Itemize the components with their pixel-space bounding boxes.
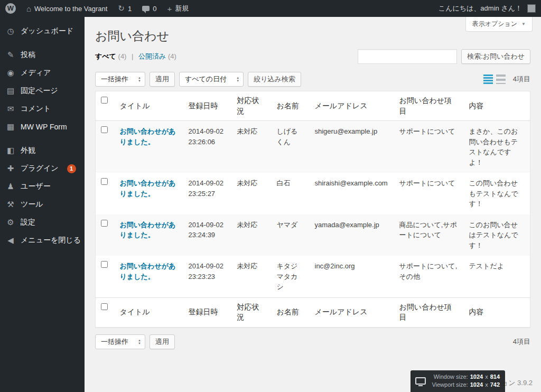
viewport-width-value: 1024 — [470, 381, 483, 389]
sidebar-item-label: ユーザー — [21, 182, 51, 191]
status-cell: 未対応 — [232, 121, 272, 173]
tools-icon: ⚒ — [5, 200, 16, 209]
sidebar-item-appearance[interactable]: ◧ 外観 — [0, 142, 85, 160]
sidebar-item-mw-wp-form[interactable]: ▦ MW WP Form — [0, 118, 85, 136]
item-cell: サポートについて — [394, 173, 464, 214]
sidebar-item-pages[interactable]: ▤ 固定ページ — [0, 82, 85, 100]
row-checkbox[interactable] — [101, 126, 108, 133]
column-header-title: タイトル — [115, 91, 183, 121]
content-cell: この問い合わせもテストなんです！ — [464, 173, 530, 214]
new-content-label: 新規 — [175, 4, 189, 13]
date-filter-value: すべての日付 — [185, 74, 227, 84]
appearance-icon: ◧ — [5, 146, 16, 155]
filter-published-link[interactable]: 公開済み (4) — [138, 52, 176, 60]
search-submit-button[interactable]: 検索:お問い合わせ — [461, 49, 530, 64]
settings-icon: ⚙ — [5, 218, 16, 227]
tablenav-bottom: 一括操作 ▲▼ 適用 4項目 — [95, 334, 530, 350]
sidebar-item-tools[interactable]: ⚒ ツール — [0, 195, 85, 213]
viewport-size-label: Viewport size: — [432, 381, 468, 389]
email-cell: shiraishi@example.com — [310, 173, 394, 214]
media-icon: ◉ — [5, 68, 16, 78]
admin-bar: W ⌂ Welcome to the Vagrant ↻ 1 0 + 新規 こん… — [0, 0, 541, 17]
sidebar-item-settings[interactable]: ⚙ 設定 — [0, 213, 85, 231]
column-footer-title: タイトル — [115, 297, 183, 327]
inquiry-title-link[interactable]: お問い合わせがありました。 — [120, 262, 176, 281]
select-arrows-icon: ▲▼ — [138, 339, 141, 345]
sidebar-item-posts[interactable]: ✎ 投稿 — [0, 46, 85, 64]
email-cell: inc@2inc.org — [310, 256, 394, 297]
size-separator: x — [485, 373, 488, 381]
column-footer-email: メールアドレス — [310, 297, 394, 327]
site-name-menu[interactable]: ⌂ Welcome to the Vagrant — [21, 0, 113, 17]
size-separator: x — [485, 381, 488, 389]
sidebar-item-users[interactable]: ♟ ユーザー — [0, 178, 85, 195]
form-icon: ▦ — [5, 122, 16, 132]
item-cell: 商品について,サポートについて — [394, 214, 464, 256]
column-footer-status: 対応状況 — [232, 297, 272, 327]
size-lines: Window size: 1024 x 814 Viewport size: 1… — [432, 373, 500, 389]
window-width-value: 1024 — [470, 373, 483, 381]
filter-separator: | — [132, 52, 133, 60]
filter-button[interactable]: 絞り込み検索 — [248, 72, 301, 87]
filter-published-count: (4) — [168, 52, 176, 60]
search-input[interactable] — [358, 49, 457, 64]
list-view-icon[interactable] — [483, 74, 493, 84]
viewport-height-value: 742 — [490, 381, 500, 389]
bulk-action-value: 一括操作 — [101, 337, 128, 347]
search-box: 検索:お問い合わせ — [358, 49, 530, 64]
sidebar-item-media[interactable]: ◉ メディア — [0, 64, 85, 82]
updates-count: 1 — [128, 5, 132, 13]
email-cell: yamada@example.jp — [310, 214, 394, 256]
inquiry-list-table: タイトル 登録日時 対応状況 お名前 メールアドレス お問い合わせ項目 内容 お… — [95, 91, 530, 328]
table-header-row: タイトル 登録日時 対応状況 お名前 メールアドレス お問い合わせ項目 内容 — [96, 91, 530, 121]
row-checkbox[interactable] — [101, 220, 108, 227]
pages-icon: ▤ — [5, 86, 16, 96]
filter-all-label: すべて — [95, 52, 116, 60]
chevron-down-icon: ▼ — [521, 22, 526, 26]
excerpt-view-icon[interactable] — [496, 74, 506, 84]
bulk-action-select-bottom[interactable]: 一括操作 ▲▼ — [95, 334, 145, 349]
admin-sidebar-menu: ◷ ダッシュボード ✎ 投稿 ◉ メディア ▤ 固定ページ ✉ コメント ▦ M… — [0, 17, 85, 392]
content-cell: まさか、このお問い合わせもテストなんですよ！ — [464, 121, 530, 173]
dashboard-icon: ◷ — [5, 26, 16, 36]
column-footer-item: お問い合わせ項目 — [394, 297, 464, 327]
sidebar-item-comments[interactable]: ✉ コメント — [0, 100, 85, 118]
date-cell: 2014-09-02 23:24:39 — [183, 214, 232, 256]
apply-button[interactable]: 適用 — [150, 72, 175, 87]
inquiry-title-link[interactable]: お問い合わせがありました。 — [120, 179, 176, 198]
column-header-email: メールアドレス — [310, 91, 394, 121]
bulk-action-value: 一括操作 — [101, 74, 128, 84]
inquiry-title-link[interactable]: お問い合わせがありました。 — [120, 127, 176, 146]
collapse-arrow-icon: ◀ — [5, 236, 16, 245]
select-all-checkbox[interactable] — [101, 97, 108, 104]
items-count: 4項目 — [513, 74, 530, 84]
column-footer-name: お名前 — [272, 297, 310, 327]
date-filter-select[interactable]: すべての日付 ▲▼ — [179, 72, 244, 87]
bulk-action-select[interactable]: 一括操作 ▲▼ — [95, 72, 145, 87]
apply-button-bottom[interactable]: 適用 — [150, 334, 175, 349]
row-checkbox[interactable] — [101, 178, 108, 185]
filter-published-label: 公開済み — [138, 52, 166, 60]
screen-options-tab[interactable]: 表示オプション ▼ — [465, 17, 533, 32]
status-cell: 未対応 — [232, 256, 272, 297]
sidebar-item-label: コメント — [21, 104, 51, 114]
new-content-menu[interactable]: + 新規 — [162, 0, 194, 17]
updates-menu[interactable]: ↻ 1 — [113, 0, 137, 17]
comments-menu[interactable]: 0 — [137, 0, 162, 17]
site-name-label: Welcome to the Vagrant — [34, 5, 107, 13]
window-size-overlay: Window size: 1024 x 814 Viewport size: 1… — [411, 370, 505, 392]
name-cell: しげるくん — [272, 121, 310, 173]
item-cell: サポートについて — [394, 121, 464, 173]
row-checkbox[interactable] — [101, 261, 108, 268]
name-cell: ヤマダ — [272, 214, 310, 256]
inquiry-title-link[interactable]: お問い合わせがありました。 — [120, 221, 176, 239]
filter-all-link[interactable]: すべて (4) — [95, 52, 128, 60]
my-account-menu[interactable]: こんにちは、admin さん！ — [433, 0, 541, 17]
greeting-label: こんにちは、admin さん！ — [439, 4, 522, 13]
select-all-checkbox[interactable] — [101, 303, 108, 310]
wordpress-logo-menu[interactable]: W — [0, 0, 21, 17]
collapse-menu-button[interactable]: ◀ メニューを閉じる — [0, 231, 85, 249]
sidebar-item-dashboard[interactable]: ◷ ダッシュボード — [0, 22, 85, 40]
sidebar-item-label: ダッシュボード — [21, 26, 73, 36]
sidebar-item-plugins[interactable]: ✚ プラグイン 1 — [0, 160, 85, 178]
